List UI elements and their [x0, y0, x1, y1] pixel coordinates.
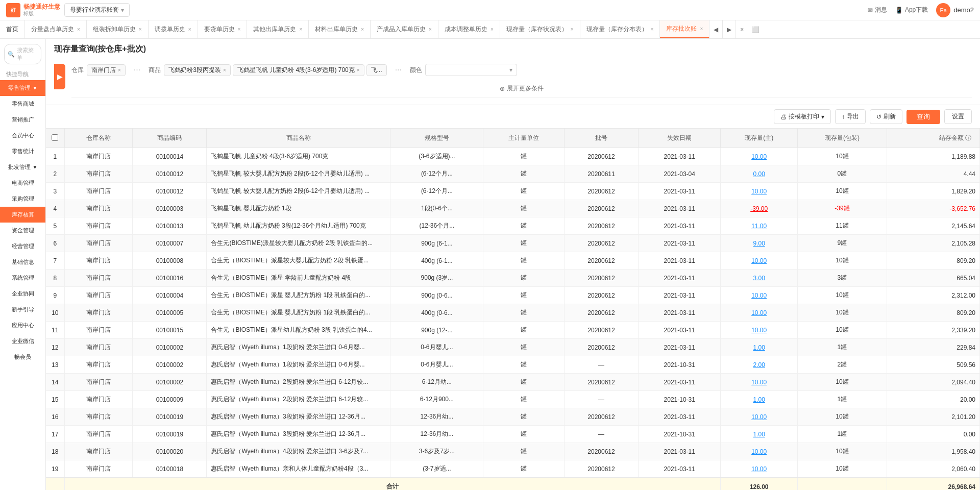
sidebar-item-retail-stat[interactable]: 零售统计	[0, 143, 45, 159]
tab-xianzailiang2[interactable]: 现存量（库存分布表） ×	[580, 20, 660, 38]
chevron-down-icon: ▾	[821, 113, 824, 120]
td-qty-main[interactable]: 10.00	[721, 183, 797, 200]
close-icon[interactable]: ×	[571, 27, 574, 32]
sidebar-item-ecommerce[interactable]: 电商管理	[0, 175, 45, 191]
td-qty-main[interactable]: 2.00	[721, 356, 797, 374]
td-qty-main[interactable]: 10.00	[721, 148, 797, 165]
td-qty-main[interactable]: 10.00	[721, 252, 797, 270]
warehouse-tag-1-close[interactable]: ×	[118, 67, 121, 73]
tab-next-btn[interactable]: ▶	[723, 20, 736, 38]
tab-chengben[interactable]: 成本调整单历史 ×	[438, 20, 500, 38]
tab-home[interactable]: 首页	[0, 20, 25, 38]
product-tag-1-close[interactable]: ×	[223, 67, 226, 73]
td-qty-main[interactable]: 11.00	[721, 217, 797, 235]
tab-chancheng[interactable]: 产成品入库单历史 ×	[371, 20, 438, 38]
tab-active[interactable]: 库存批次账 ×	[660, 20, 709, 38]
sidebar-item-finance[interactable]: 资金管理	[0, 223, 45, 238]
product-tag-2[interactable]: 飞鹤星飞帆 儿童奶粉 4段(3-6岁适用) 700克 ×	[233, 64, 364, 76]
close-icon[interactable]: ×	[188, 27, 191, 32]
tab-zuhe[interactable]: 组装拆卸单历史 ×	[87, 20, 149, 38]
sidebar-item-purchase[interactable]: 采购管理	[0, 191, 45, 207]
refresh-btn[interactable]: ↺ 刷新	[870, 109, 902, 124]
user-info[interactable]: Ea demo2	[936, 3, 974, 17]
tab-tiaopi[interactable]: 调拨单历史 ×	[149, 20, 198, 38]
td-qty-main[interactable]: 10.00	[721, 460, 797, 478]
close-icon[interactable]: ×	[429, 27, 432, 32]
td-name: 惠氏启智（Wyeth illuma）3段奶粉 爱尔兰进口 12-36月...	[207, 426, 390, 443]
template-print-btn[interactable]: 🖨 按模板打印 ▾	[774, 109, 831, 124]
sidebar-item-retail-mgmt[interactable]: 零售管理 ▼	[0, 80, 45, 96]
filter-expand-btn[interactable]: ▶	[54, 64, 65, 89]
tab-xianzailiang1[interactable]: 现存量（库存状况表） ×	[500, 20, 580, 38]
close-icon[interactable]: ×	[299, 27, 302, 32]
td-no: 6	[46, 235, 64, 252]
td-qty-main[interactable]: 10.00	[721, 374, 797, 391]
td-qty-main[interactable]: 1.00	[721, 391, 797, 408]
search-menu-input[interactable]: 🔍 搜索菜单	[4, 44, 41, 64]
tab-fenpan[interactable]: 分量盘点单历史 ×	[25, 20, 87, 38]
td-qty-main[interactable]: 10.00	[721, 304, 797, 322]
sidebar-item-appstore[interactable]: 应用中心	[0, 317, 45, 333]
th-checkbox[interactable]	[46, 129, 64, 148]
td-qty-main[interactable]: 10.00	[721, 408, 797, 426]
sidebar-item-member[interactable]: 会员中心	[0, 128, 45, 143]
sidebar-item-newguide[interactable]: 新手引导	[0, 302, 45, 317]
sidebar-item-retail-shop[interactable]: 零售商城	[0, 96, 45, 112]
td-spec: (12-36个月...	[390, 217, 483, 235]
product-tag-more[interactable]: 飞...	[366, 64, 387, 76]
td-name: 惠氏启智（Wyeth illuma）2段奶粉 爱尔兰进口 6-12月较...	[207, 391, 390, 408]
close-icon[interactable]: ×	[77, 27, 80, 32]
product-tag-2-close[interactable]: ×	[357, 67, 360, 73]
td-qty-main[interactable]: 0.00	[721, 165, 797, 183]
top-bar: 好 畅捷通好生意 标版 母婴行业演示账套 ▾ ✉ 消息 📱 App下载 Ea d…	[0, 0, 980, 20]
sidebar-item-system[interactable]: 系统管理	[0, 270, 45, 286]
template-print-group[interactable]: 🖨 按模板打印 ▾	[774, 109, 831, 124]
tab-yaohuo[interactable]: 要货单历史 ×	[198, 20, 248, 38]
sidebar-item-enterprise[interactable]: 企业协同	[0, 286, 45, 302]
tab-cailiao[interactable]: 材料出库单历史 ×	[309, 20, 371, 38]
td-qty-main[interactable]: -39.00	[721, 200, 797, 217]
tab-prev-btn[interactable]: ◀	[709, 20, 723, 38]
td-code: 00100013	[133, 217, 207, 235]
close-icon[interactable]: ×	[491, 27, 494, 32]
sidebar-item-marketing[interactable]: 营销推广	[0, 112, 45, 128]
close-icon[interactable]: ×	[361, 27, 364, 32]
td-unit: 罐	[483, 408, 565, 426]
color-input[interactable]: ▾	[425, 64, 517, 76]
td-code: 00100014	[133, 148, 207, 165]
tab-close-all-btn[interactable]: ×	[736, 20, 748, 38]
td-unit: 罐	[483, 165, 565, 183]
app-download-btn[interactable]: 📱 App下载	[895, 6, 928, 14]
sidebar-item-wholesale[interactable]: 批发管理 ▼	[0, 159, 45, 175]
close-icon[interactable]: ×	[139, 27, 142, 32]
close-icon[interactable]: ×	[651, 27, 654, 32]
close-icon[interactable]: ×	[700, 26, 703, 32]
td-code: 00100005	[133, 304, 207, 322]
warehouse-tag-1[interactable]: 南岸门店 ×	[87, 64, 126, 76]
expand-more-btn[interactable]: ⊕ 展开更多条件	[496, 82, 548, 95]
sidebar-item-inventory[interactable]: 库存核算	[0, 207, 45, 223]
tab-qitachu[interactable]: 其他出库单历史 ×	[247, 20, 309, 38]
close-icon[interactable]: ×	[238, 27, 241, 32]
select-all-checkbox[interactable]	[52, 134, 58, 141]
tab-fullscreen-btn[interactable]: ⬜	[748, 20, 764, 38]
sidebar-item-member2[interactable]: 畅会员	[0, 349, 45, 365]
setting-btn[interactable]: 设置	[944, 109, 972, 124]
td-qty-main[interactable]: 10.00	[721, 287, 797, 304]
td-qty-main[interactable]: 1.00	[721, 339, 797, 356]
th-warehouse: 仓库名称	[64, 129, 133, 148]
td-qty-main[interactable]: 1.00	[721, 426, 797, 443]
td-qty-main[interactable]: 3.00	[721, 270, 797, 287]
td-amount: 809.20	[887, 304, 979, 322]
td-qty-main[interactable]: 10.00	[721, 443, 797, 460]
sidebar-item-wechat[interactable]: 企业微信	[0, 333, 45, 349]
sidebar-item-operation[interactable]: 经营管理	[0, 238, 45, 254]
export-btn[interactable]: ↑ 导出	[835, 109, 866, 124]
store-selector[interactable]: 母婴行业演示账套 ▾	[64, 3, 130, 17]
product-tag-1[interactable]: 飞鹤奶粉3段丙提装 ×	[164, 64, 231, 76]
message-btn[interactable]: ✉ 消息	[868, 6, 887, 14]
td-qty-main[interactable]: 9.00	[721, 235, 797, 252]
query-btn[interactable]: 查询	[906, 110, 940, 124]
td-qty-main[interactable]: 10.00	[721, 322, 797, 339]
sidebar-item-basic[interactable]: 基础信息	[0, 254, 45, 270]
